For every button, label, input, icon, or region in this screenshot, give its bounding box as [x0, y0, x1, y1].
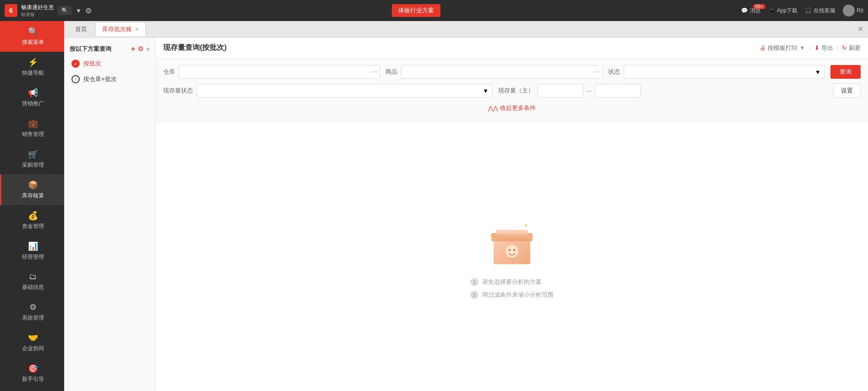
- settings-button[interactable]: 设置: [833, 83, 861, 98]
- search-icon: 🔍: [61, 7, 68, 14]
- sidebar-item-basic[interactable]: 🗂基础信息: [0, 266, 64, 297]
- filter-add-icon[interactable]: +: [131, 45, 135, 53]
- empty-state: ✦ ✦ 1 请先选择要分析的方案: [156, 121, 868, 391]
- filter-item-label-by-batch: 按批次: [83, 60, 101, 68]
- sidebar-icon-search: 🔍: [28, 27, 38, 37]
- sidebar-item-sales[interactable]: 💼销售管理: [0, 113, 64, 144]
- collapse-up-icon: ⋀⋀: [488, 105, 498, 112]
- warehouse-input-wrap: ···: [179, 65, 380, 79]
- status-select[interactable]: ▼: [624, 65, 825, 79]
- phone-icon: 📱: [768, 7, 775, 14]
- tab-inventory-batch-label: 库存批次账: [102, 25, 132, 33]
- query-button[interactable]: 查询: [830, 65, 861, 79]
- sidebar-label-inventory: 库存核算: [22, 192, 44, 200]
- empty-illustration: ✦ ✦: [484, 214, 539, 269]
- sidebar-label-search: 搜索菜单: [22, 38, 44, 46]
- tab-home[interactable]: 首页: [69, 22, 93, 36]
- sidebar-icon-system: ⚙: [29, 302, 37, 312]
- sidebar-label-purchase: 采购管理: [22, 161, 44, 169]
- sidebar-icon-enterprise: 🤝: [28, 333, 38, 343]
- export-action[interactable]: ⬇ 导出: [814, 44, 833, 52]
- stock-qty-max-input[interactable]: [595, 84, 641, 98]
- sidebar-label-business: 经营管理: [22, 253, 44, 261]
- empty-hint-2: 2 用过滤条件来缩小分析范围: [470, 291, 554, 299]
- sidebar-icon-business: 📊: [28, 241, 38, 251]
- page-content: 按以下方案查询 + ⊙ « ✓按批次○按仓库+批次 现存量查询(按批次): [64, 38, 868, 391]
- settings-icon[interactable]: ⚙: [85, 6, 92, 15]
- filter-item-icon-by-batch: ✓: [71, 60, 80, 68]
- product-input[interactable]: [401, 65, 602, 79]
- tab-bar: 首页 库存批次账 ✕ ✕: [64, 21, 868, 38]
- query-form: 仓库 ··· 商品 ···: [156, 59, 868, 121]
- filter-item-label-by-warehouse-batch: 按仓库+批次: [83, 75, 117, 83]
- query-row-2: 现存量状态 ▼ 现存量（主） —: [163, 83, 861, 98]
- brand-name: 畅康通好生意: [21, 4, 54, 11]
- print-dropdown-icon[interactable]: ▼: [799, 44, 805, 51]
- sidebar-item-finance[interactable]: 💰资金管理: [0, 205, 64, 236]
- page-header: 现存量查询(按批次) 🖨 按模板打印 ▼ | ⬇ 导出 |: [156, 38, 868, 59]
- sidebar-item-enterprise[interactable]: 🤝企业协同: [0, 327, 64, 358]
- sidebar-item-newbie[interactable]: 🎯新手引导: [0, 358, 64, 389]
- sidebar-item-inventory[interactable]: 📦库存核算: [0, 174, 64, 205]
- sidebar-icon-basic: 🗂: [29, 272, 37, 282]
- online-service-item[interactable]: 🎧 在线客服: [805, 7, 835, 15]
- warehouse-dots-icon[interactable]: ···: [371, 68, 377, 76]
- product-field: 商品 ···: [385, 65, 602, 79]
- main-area: 现存量查询(按批次) 🖨 按模板打印 ▼ | ⬇ 导出 |: [156, 38, 868, 391]
- filter-panel-title: 按以下方案查询: [70, 45, 111, 53]
- sidebar-icon-sales: 💼: [28, 119, 38, 129]
- sidebar-icon-newbie: 🎯: [28, 364, 38, 374]
- sidebar-item-appstore[interactable]: 🏪应用中心: [0, 389, 64, 391]
- sidebar-item-search[interactable]: 🔍搜索菜单: [0, 21, 64, 52]
- sidebar-item-business[interactable]: 📊经营管理: [0, 236, 64, 266]
- status-label: 状态: [608, 68, 620, 76]
- collapse-more-button[interactable]: ⋀⋀ 收起更多条件: [488, 102, 536, 114]
- experience-button[interactable]: 体验行业方案: [392, 4, 440, 17]
- sidebar-item-system[interactable]: ⚙系统管理: [0, 297, 64, 327]
- panel-close-icon[interactable]: ✕: [857, 25, 863, 33]
- filter-item-by-warehouse-batch[interactable]: ○按仓库+批次: [64, 71, 155, 87]
- range-dash: —: [586, 87, 592, 94]
- topbar-search[interactable]: 🔍: [58, 6, 72, 15]
- sidebar-item-purchase[interactable]: 🛒采购管理: [0, 144, 64, 174]
- messages-item[interactable]: 💬 消息 99+: [741, 7, 761, 15]
- status-dropdown-icon: ▼: [815, 69, 821, 76]
- stock-status-dropdown-icon: ▼: [483, 87, 489, 94]
- filter-settings-icon[interactable]: ⊙: [138, 45, 143, 53]
- sidebar-item-quick-nav[interactable]: ⚡快捷导航: [0, 52, 64, 82]
- app-download-item[interactable]: 📱 App下载: [768, 7, 797, 15]
- tab-close-icon[interactable]: ✕: [135, 27, 139, 33]
- query-row-1: 仓库 ··· 商品 ···: [163, 65, 861, 79]
- sidebar-label-newbie: 新手引导: [22, 375, 44, 383]
- collapse-more-area: ⋀⋀ 收起更多条件: [163, 102, 861, 114]
- print-action[interactable]: 🖨 按模板打印 ▼: [760, 44, 805, 52]
- filter-item-by-batch[interactable]: ✓按批次: [64, 56, 155, 71]
- stock-qty-range: —: [538, 84, 641, 98]
- empty-svg: ✦ ✦: [484, 214, 539, 269]
- app-logo: 6: [5, 4, 17, 17]
- avatar: [843, 5, 855, 16]
- sidebar-label-enterprise: 企业协同: [22, 345, 44, 353]
- warehouse-input[interactable]: [179, 65, 380, 79]
- filter-collapse-icon[interactable]: «: [146, 45, 150, 53]
- dropdown-icon[interactable]: ▼: [76, 7, 82, 14]
- stock-status-field: 现存量状态 ▼: [163, 84, 493, 98]
- sidebar-item-marketing[interactable]: 📢营销推广: [0, 82, 64, 113]
- filter-panel-icons: + ⊙ «: [131, 45, 150, 53]
- status-field: 状态 ▼: [608, 65, 825, 79]
- main-layout: 🔍搜索菜单⚡快捷导航📢营销推广💼销售管理🛒采购管理📦库存核算💰资金管理📊经营管理…: [0, 21, 868, 391]
- page-actions: 🖨 按模板打印 ▼ | ⬇ 导出 | ↻ 刷新: [760, 44, 861, 52]
- product-label: 商品: [385, 68, 397, 76]
- stock-status-label: 现存量状态: [163, 87, 193, 95]
- product-input-wrap: ···: [401, 65, 602, 79]
- stock-status-select[interactable]: ▼: [197, 84, 493, 98]
- topbar-right: 💬 消息 99+ 📱 App下载 🎧 在线客服 Rit: [741, 5, 863, 16]
- topbar-left: 6 畅康通好生意 标准版 🔍 ▼ ⚙: [5, 4, 92, 18]
- user-item[interactable]: Rit: [843, 5, 863, 16]
- sidebar-icon-marketing: 📢: [28, 88, 38, 98]
- stock-qty-min-input[interactable]: [538, 84, 583, 98]
- product-dots-icon[interactable]: ···: [593, 68, 599, 76]
- tab-inventory-batch[interactable]: 库存批次账 ✕: [95, 22, 146, 36]
- svg-text:✦: ✦: [523, 222, 529, 229]
- refresh-action[interactable]: ↻ 刷新: [842, 44, 861, 52]
